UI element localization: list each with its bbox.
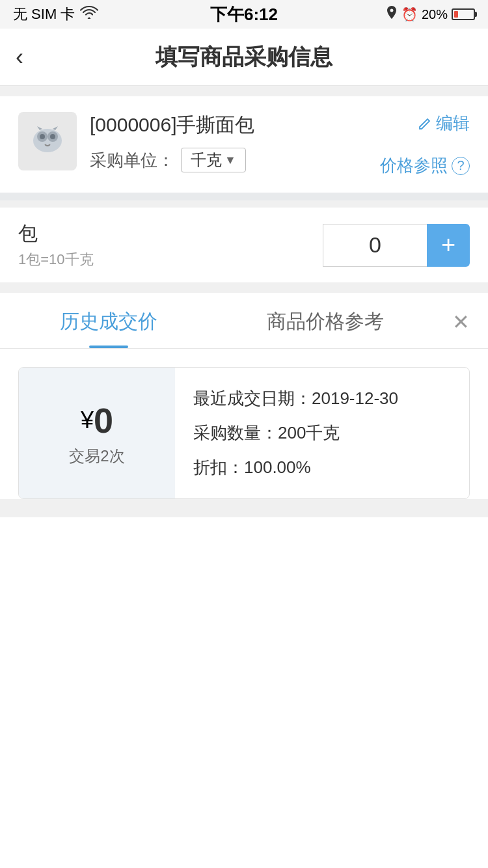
last-trade-date-label: 最近成交日期： [193,388,312,408]
battery-icon [452,8,475,20]
history-price-value: 0 [94,401,113,440]
unit-value: 千克 [191,150,222,170]
tabs-close-button[interactable]: ✕ [434,294,488,347]
sim-status: 无 SIM 卡 [13,5,75,24]
back-button[interactable]: ‹ [16,44,23,71]
wifi-icon [80,5,98,23]
question-icon: ? [452,157,470,175]
purchase-qty-label: 采购数量： [193,423,278,442]
discount-label: 折扣： [193,457,244,477]
discount-value: 100.00% [244,457,311,477]
bottom-area [0,517,488,868]
unit-selector[interactable]: 千克 ▼ [181,148,246,172]
svg-point-3 [40,134,45,139]
purchase-qty-row: 采购数量：200千克 [193,420,451,446]
last-trade-date-value: 2019-12-30 [312,388,398,408]
purchase-qty-value: 200千克 [278,423,340,442]
quantity-section: 包 1包=10千克 0 + [0,207,488,282]
tabs-header: 历史成交价 商品价格参考 ✕ [0,293,488,349]
status-left: 无 SIM 卡 [13,5,98,24]
qty-unit: 包 [18,221,94,247]
svg-point-0 [33,129,62,152]
status-time: 下午6:12 [210,3,278,26]
tab-price-reference[interactable]: 商品价格参考 [217,293,435,348]
product-logo-icon [28,122,67,161]
history-price-right: 最近成交日期：2019-12-30 采购数量：200千克 折扣：100.00% [175,368,469,498]
price-reference-button[interactable]: 价格参照 ? [380,154,470,177]
last-trade-date-row: 最近成交日期：2019-12-30 [193,386,451,411]
qty-unit-hint: 1包=10千克 [18,250,94,269]
quantity-control: 0 + [323,224,470,267]
alarm-icon: ⏰ [401,7,418,22]
location-icon [386,6,398,23]
battery-percent: 20% [422,7,448,22]
tab-history-price[interactable]: 历史成交价 [0,293,217,348]
unit-dropdown-icon: ▼ [224,154,236,167]
product-actions: 编辑 价格参照 ? [380,112,470,177]
nav-bar: ‹ 填写商品采购信息 [0,29,488,86]
quantity-input[interactable]: 0 [323,224,427,267]
status-right: ⏰ 20% [386,6,475,23]
quantity-increment-button[interactable]: + [427,224,470,267]
unit-label: 采购单位： [90,149,174,172]
page-title: 填写商品采购信息 [156,42,332,72]
product-card: [0000006]手撕面包 采购单位： 千克 ▼ 编辑 价格参照 ? [0,96,488,193]
history-price-card: ¥0 交易2次 最近成交日期：2019-12-30 采购数量：200千克 折扣：… [18,367,470,499]
product-thumbnail [18,112,77,170]
svg-point-4 [50,134,55,139]
status-bar: 无 SIM 卡 下午6:12 ⏰ 20% [0,0,488,29]
discount-row: 折扣：100.00% [193,455,451,480]
edit-button[interactable]: 编辑 [418,112,470,135]
history-price-display: ¥0 [81,400,113,441]
product-name: [0000006]手撕面包 [90,112,254,139]
currency-symbol: ¥ [81,407,94,434]
history-price-left: ¥0 交易2次 [19,368,175,498]
section-divider [0,193,488,200]
tabs-section: 历史成交价 商品价格参考 ✕ ¥0 交易2次 最近成交日期：2019-12-30… [0,293,488,499]
trade-count: 交易2次 [69,446,124,467]
